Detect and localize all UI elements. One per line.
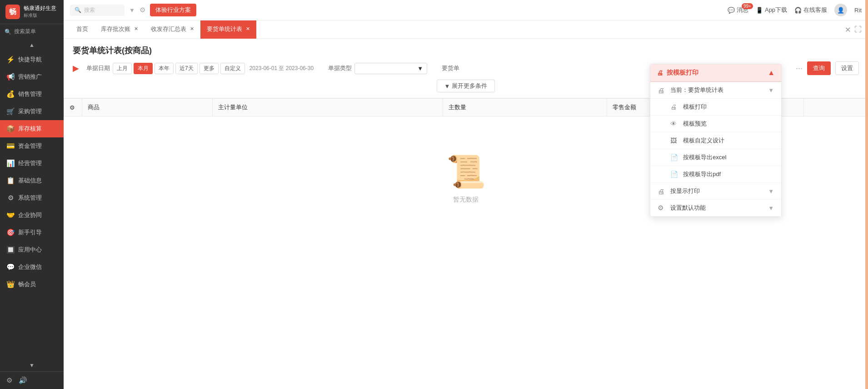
dropdown-template-design[interactable]: 🖼 模板自定义设计 bbox=[650, 132, 781, 149]
logo-icon: 畅 bbox=[5, 5, 20, 19]
export-excel-label: 按模板导出excel bbox=[683, 153, 726, 162]
sidebar-item-finance[interactable]: 💳 资金管理 bbox=[0, 137, 64, 155]
enterprise-icon: 🤝 bbox=[6, 211, 15, 219]
topbar-gear-icon[interactable]: ⚙ bbox=[140, 6, 145, 14]
sidebar-item-marketing[interactable]: 📢 营销推广 bbox=[0, 68, 64, 86]
settings-icon[interactable]: ⚙ bbox=[6, 376, 12, 384]
topbar-dropdown-arrow[interactable]: ▼ bbox=[129, 7, 135, 14]
date-current-month[interactable]: 本月 bbox=[134, 63, 153, 74]
messages-badge: 99+ bbox=[742, 3, 753, 9]
sidebar-item-wechat[interactable]: 💬 企业微信 bbox=[0, 258, 64, 276]
sidebar-item-basic[interactable]: 📋 基础信息 bbox=[0, 172, 64, 189]
template-print-label: 模板打印 bbox=[683, 103, 707, 111]
sidebar-item-label: 应用中心 bbox=[18, 246, 42, 254]
sidebar-item-appstore[interactable]: 🔲 应用中心 bbox=[0, 241, 64, 258]
sidebar-item-purchase[interactable]: 🛒 采购管理 bbox=[0, 103, 64, 120]
search-menu[interactable]: 🔍 搜索菜单 bbox=[0, 24, 64, 39]
tab-home[interactable]: 首页 bbox=[70, 20, 95, 39]
dropdown-close-btn[interactable]: ▲ bbox=[768, 69, 775, 77]
sidebar-item-label: 销售管理 bbox=[18, 90, 42, 98]
purchase-icon: 🛒 bbox=[6, 107, 15, 116]
col-extra bbox=[804, 99, 868, 116]
sidebar-item-sales[interactable]: 💰 销售管理 bbox=[0, 86, 64, 103]
sidebar-item-label: 快捷导航 bbox=[18, 56, 42, 64]
default-func-label: 设置默认功能 bbox=[670, 204, 706, 212]
settings-btn[interactable]: 设置 bbox=[835, 61, 859, 75]
avatar[interactable]: 👤 bbox=[834, 4, 847, 16]
dropdown-default-func[interactable]: ⚙ 设置默认功能 ▼ bbox=[650, 200, 781, 217]
system-icon: ⚙ bbox=[6, 194, 15, 202]
tabs-maximize-btn[interactable]: ⛶ bbox=[854, 25, 862, 34]
sound-icon[interactable]: 🔊 bbox=[19, 376, 27, 384]
date-prev-month[interactable]: 上月 bbox=[113, 63, 132, 74]
tab-receipt-summary[interactable]: 收发存汇总表 ✕ bbox=[145, 20, 200, 39]
messages-icon: 💬 bbox=[728, 7, 735, 14]
scroll-down-arrow[interactable]: ▼ bbox=[26, 361, 37, 369]
sidebar-item-quick-nav[interactable]: ⚡ 快捷导航 bbox=[0, 51, 64, 68]
default-func-arrow: ▼ bbox=[768, 205, 774, 212]
dropdown-export-pdf[interactable]: 📄 按模板导出pdf bbox=[650, 166, 781, 183]
search-placeholder-text: 搜索 bbox=[84, 6, 95, 14]
trial-btn[interactable]: 体验行业方案 bbox=[150, 4, 196, 16]
sidebar-item-operation[interactable]: 📊 经营管理 bbox=[0, 155, 64, 172]
template-preview-label: 模板预览 bbox=[683, 120, 707, 128]
tab-home-label: 首页 bbox=[76, 25, 88, 33]
col-unit: 主计量单位 bbox=[213, 99, 443, 116]
print-dropdown: 🖨 按模板打印 ▲ 🖨 当前：要货单统计表 ▼ 🖨 模板打印 👁 模板预览 🖼 … bbox=[650, 64, 782, 217]
sidebar-scroll-up[interactable]: ▲ bbox=[0, 39, 64, 51]
sidebar-item-inventory[interactable]: 📦 库存核算 bbox=[0, 120, 64, 137]
sidebar-logo[interactable]: 畅 畅康通好生意 标准版 bbox=[0, 0, 64, 24]
filter-more-options[interactable]: ··· bbox=[796, 64, 803, 73]
tab-batch-ledger-close[interactable]: ✕ bbox=[134, 26, 138, 32]
sidebar-item-enterprise[interactable]: 🤝 企业协同 bbox=[0, 207, 64, 224]
date-last7days[interactable]: 近7天 bbox=[175, 63, 198, 74]
messages-action[interactable]: 💬 消息 99+ bbox=[728, 6, 748, 14]
filter-expand-icon[interactable]: ▶ bbox=[73, 63, 79, 73]
scroll-up-arrow[interactable]: ▲ bbox=[26, 41, 37, 49]
col-settings[interactable]: ⚙ bbox=[64, 99, 82, 116]
type-filter-section: 单据类型 ▼ bbox=[328, 63, 427, 74]
tab-order-stats[interactable]: 要货单统计表 ✕ bbox=[200, 20, 256, 39]
resize-handle[interactable] bbox=[865, 0, 868, 389]
date-current-year[interactable]: 本年 bbox=[155, 63, 174, 74]
date-custom[interactable]: 自定义 bbox=[220, 63, 245, 74]
sidebar-item-label: 库存核算 bbox=[18, 125, 42, 133]
sidebar-bottom: ⚙ 🔊 bbox=[0, 371, 64, 389]
date-more[interactable]: 更多 bbox=[200, 63, 219, 74]
dropdown-current-template[interactable]: 🖨 当前：要货单统计表 ▼ bbox=[650, 82, 781, 99]
tab-batch-ledger[interactable]: 库存批次账 ✕ bbox=[95, 20, 145, 39]
query-btn[interactable]: 查询 bbox=[807, 61, 831, 75]
type-select[interactable]: ▼ bbox=[354, 63, 427, 74]
tab-order-stats-close[interactable]: ✕ bbox=[246, 26, 250, 32]
type-select-arrow: ▼ bbox=[417, 65, 423, 72]
sidebar-item-label: 基础信息 bbox=[18, 177, 42, 185]
topbar-search[interactable]: 🔍 搜索 bbox=[70, 5, 125, 16]
tab-receipt-summary-close[interactable]: ✕ bbox=[190, 26, 194, 32]
dropdown-title-area: 🖨 按模板打印 bbox=[657, 69, 698, 77]
online-service-action[interactable]: 🎧 在线客服 bbox=[794, 6, 827, 14]
dropdown-template-print[interactable]: 🖨 模板打印 bbox=[650, 99, 781, 116]
sales-icon: 💰 bbox=[6, 90, 15, 98]
date-btns: 上月 本月 本年 近7天 更多 自定义 bbox=[113, 63, 245, 74]
dropdown-display-print[interactable]: 🖨 按显示打印 ▼ bbox=[650, 183, 781, 200]
sidebar-scroll-down[interactable]: ▼ bbox=[0, 359, 64, 371]
sidebar-item-label: 企业微信 bbox=[18, 263, 42, 271]
sidebar-item-guide[interactable]: 🎯 新手引导 bbox=[0, 224, 64, 241]
dropdown-template-preview[interactable]: 👁 模板预览 bbox=[650, 116, 781, 132]
username-text[interactable]: Rit bbox=[854, 7, 862, 14]
expand-more-btn[interactable]: ▼ 展开更多条件 bbox=[437, 80, 495, 92]
sidebar-item-label: 系统管理 bbox=[18, 194, 42, 202]
no-data-text: 暂无数据 bbox=[453, 196, 479, 204]
dropdown-title: 按模板打印 bbox=[667, 69, 698, 77]
template-design-icon: 🖼 bbox=[670, 137, 678, 144]
sidebar-item-member[interactable]: 👑 畅会员 bbox=[0, 276, 64, 293]
display-print-arrow: ▼ bbox=[768, 188, 774, 195]
tabs-minimize-btn[interactable]: ✕ bbox=[845, 25, 851, 34]
current-template-arrow: ▼ bbox=[768, 87, 774, 94]
page-header: 要货单统计表(按商品) bbox=[64, 39, 868, 56]
sidebar-item-system[interactable]: ⚙ 系统管理 bbox=[0, 189, 64, 207]
app-download-action[interactable]: 📱 App下载 bbox=[756, 6, 787, 14]
sidebar-item-label: 新手引导 bbox=[18, 228, 42, 237]
dropdown-export-excel[interactable]: 📄 按模板导出excel bbox=[650, 149, 781, 166]
template-print-icon: 🖨 bbox=[670, 103, 678, 111]
